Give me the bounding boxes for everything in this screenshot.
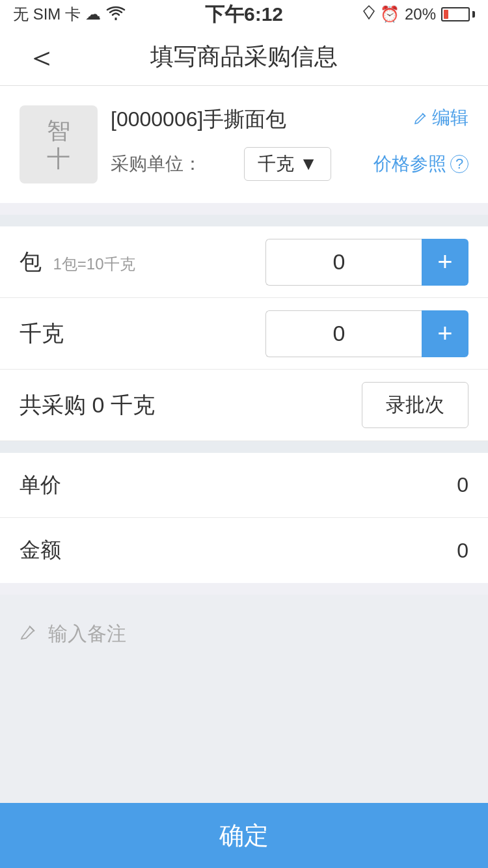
kg-quantity-input[interactable] [265,310,422,357]
confirm-button-label: 确定 [219,819,269,852]
bag-quantity-input[interactable] [265,239,422,286]
confirm-button[interactable]: 确定 [0,803,488,868]
amount-row: 金额 0 [0,518,488,583]
product-info: [0000006]手撕面包 编辑 采购单位： 千克 ▼ 价格参照 ? [111,105,468,181]
info-icon: ? [450,155,468,173]
purchase-unit-label: 采购单位： [111,152,202,176]
pencil-icon [20,623,38,645]
kg-plus-button[interactable]: + [422,310,468,357]
kg-input-control: + [265,310,468,357]
status-time: 下午6:12 [205,1,283,28]
bag-input-control: + [265,239,468,286]
total-purchase-text: 共采购 0 千克 [20,390,155,420]
record-batch-button[interactable]: 录批次 [362,382,468,428]
chevron-down-icon: ▼ [299,154,318,174]
page-title: 填写商品采购信息 [150,41,338,73]
nav-bar: ＜ 填写商品采购信息 [0,29,488,86]
edit-button[interactable]: 编辑 [414,105,468,130]
remark-section[interactable]: 输入备注 [0,595,488,673]
location-icon [363,5,375,23]
section-divider-1 [0,215,488,226]
sim-text: 无 SIM 卡 ☁ [13,4,101,25]
back-button[interactable]: ＜ [20,30,64,85]
section-divider-2 [0,441,488,453]
kg-input-row: 千克 + [0,298,488,370]
status-right: ⏰ 20% [363,5,475,23]
kg-label: 千克 [20,319,265,349]
battery-icon [441,7,475,21]
unit-price-row: 单价 0 [0,453,488,518]
wifi-icon [106,5,126,25]
amount-value: 0 [457,539,468,563]
battery-percent: 20% [405,5,436,23]
status-bar: 无 SIM 卡 ☁ 下午6:12 ⏰ 20% [0,0,488,29]
amount-label: 金额 [20,536,61,565]
product-image: 智 十 [20,105,98,183]
status-left: 无 SIM 卡 ☁ [13,4,126,25]
remark-placeholder-text: 输入备注 [48,621,126,647]
bag-plus-button[interactable]: + [422,239,468,286]
product-card: 智 十 [0000006]手撕面包 编辑 采购单位： 千克 ▼ 价 [0,86,488,203]
unit-dropdown[interactable]: 千克 ▼ [244,147,331,181]
bag-input-row: 包 1包=10千克 + [0,226,488,298]
input-section: 包 1包=10千克 + 千克 + [0,226,488,370]
summary-row: 共采购 0 千克 录批次 [0,370,488,441]
unit-price-label: 单价 [20,471,61,500]
product-name: [0000006]手撕面包 [111,105,286,134]
alarm-icon: ⏰ [380,5,400,23]
price-section: 单价 0 金额 0 [0,453,488,583]
price-ref-button[interactable]: 价格参照 ? [373,152,468,176]
bag-label: 包 1包=10千克 [20,247,265,277]
product-logo: 智 十 [47,116,70,172]
bag-sublabel: 1包=10千克 [53,255,135,273]
unit-price-value: 0 [457,473,468,497]
